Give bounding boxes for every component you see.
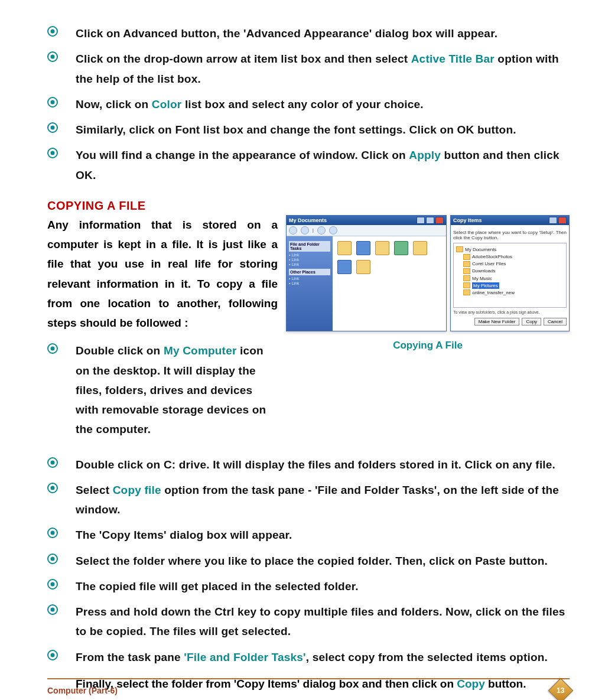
min-icon[interactable] <box>417 217 425 224</box>
bullet-text: Press and hold down the Ctrl key to copy… <box>76 605 565 637</box>
folder-icon <box>463 268 470 274</box>
copy-items-dialog: Copy Items Select the place where you wa… <box>450 215 570 331</box>
explorer-main <box>333 236 446 331</box>
fwd-button[interactable] <box>301 226 309 235</box>
side-link[interactable]: • Link <box>289 258 330 262</box>
bullet-icon <box>47 343 58 354</box>
bullet-icon <box>47 604 58 615</box>
folder-icon <box>463 275 470 281</box>
close-icon[interactable] <box>435 217 444 224</box>
side-link[interactable]: • Link <box>289 276 330 281</box>
back-button[interactable] <box>289 226 297 235</box>
svg-point-21 <box>51 582 55 586</box>
first-step-list: Double click on My Computer icon on the … <box>47 341 278 439</box>
svg-point-9 <box>51 151 55 155</box>
search-button[interactable] <box>317 226 326 235</box>
tree-row[interactable]: AdobeStockPhotos <box>456 253 564 260</box>
folder-icon[interactable] <box>356 260 370 274</box>
bullet-item: The copied file will get placed in the s… <box>47 577 570 596</box>
dialog-buttons: Make New Folder Copy Cancel <box>453 318 567 325</box>
footer-text: Computer (Part-6) <box>47 686 118 695</box>
page-number-badge: 13 <box>548 678 573 700</box>
folder-icon[interactable] <box>337 260 352 274</box>
bullet-item: The 'Copy Items' dialog box will appear. <box>47 525 570 545</box>
textbook-page: Click on Advanced button, the 'Advanced … <box>0 0 605 700</box>
dialog-title-text: Copy Items <box>453 217 482 223</box>
tree-row[interactable]: My Pictures <box>456 282 564 289</box>
svg-point-11 <box>51 347 55 351</box>
folder-icon[interactable] <box>375 241 389 255</box>
bullet-icon <box>47 528 58 538</box>
folder-icon <box>463 261 470 267</box>
side-link[interactable]: • Link <box>289 262 330 266</box>
text-pre: Double click on <box>76 344 164 357</box>
tree-row[interactable]: Downloads <box>456 268 564 274</box>
bullet-icon <box>47 122 58 133</box>
folders-button[interactable] <box>329 226 337 235</box>
copy-button[interactable]: Copy <box>522 318 541 325</box>
svg-point-5 <box>51 100 55 104</box>
bullet-text: From the task pane 'File and Folder Task… <box>76 651 548 663</box>
bullet-item: Select the folder where you like to plac… <box>47 551 570 571</box>
bullet-text: Select Copy file option from the task pa… <box>76 484 559 516</box>
bullet-text: Now, click on Color list box and select … <box>76 98 424 110</box>
figure: My Documents | File and Folder Tasks • <box>286 215 570 331</box>
explorer-title-text: My Documents <box>289 217 327 223</box>
svg-point-15 <box>51 486 55 490</box>
tree-label: My Pictures <box>472 282 499 289</box>
dialog-note: To view any subfolders, click a plus sig… <box>453 310 567 314</box>
close-icon[interactable] <box>558 217 567 224</box>
side-header-1: File and Folder Tasks <box>289 241 330 252</box>
bullet-icon <box>47 148 58 158</box>
bullet-item: Select Copy file option from the task pa… <box>47 480 570 520</box>
folder-tree[interactable]: My DocumentsAdobeStockPhotosCorel User F… <box>453 243 567 308</box>
bullet-item: Press and hold down the Ctrl key to copy… <box>47 602 570 642</box>
window-controls <box>549 217 567 224</box>
tree-label: AdobeStockPhotos <box>472 253 512 260</box>
svg-point-13 <box>51 460 55 464</box>
svg-point-7 <box>51 126 55 130</box>
top-bullet-list: Click on Advanced button, the 'Advanced … <box>47 24 570 185</box>
folder-icon[interactable] <box>394 241 408 255</box>
tree-label: My Documents <box>465 246 496 253</box>
cancel-button[interactable]: Cancel <box>544 318 567 325</box>
svg-point-25 <box>51 653 55 657</box>
bullet-item: You will find a change in the appearance… <box>47 145 570 185</box>
bullet-item: Double click on C: drive. It will displa… <box>47 455 570 474</box>
max-icon[interactable] <box>426 217 434 224</box>
bullet-item: Similarly, click on Font list box and ch… <box>47 120 570 139</box>
help-icon[interactable] <box>549 217 557 224</box>
folder-icon[interactable] <box>337 241 352 255</box>
bullet-icon <box>47 579 58 590</box>
dialog-body: Select the place where you want to copy … <box>451 225 569 328</box>
bottom-bullet-list: Double click on C: drive. It will displa… <box>47 455 570 667</box>
bullet-item: Now, click on Color list box and select … <box>47 95 570 114</box>
text-teal: My Computer <box>164 344 237 357</box>
bullet-text: The copied file will get placed in the s… <box>76 580 359 592</box>
tree-row[interactable]: My Music <box>456 275 564 282</box>
folder-icon <box>463 289 470 295</box>
folder-icon[interactable] <box>413 241 427 255</box>
svg-point-1 <box>51 30 55 34</box>
make-new-folder-button[interactable]: Make New Folder <box>474 318 520 325</box>
figure-caption: Copying A File <box>286 340 570 351</box>
tree-label: online_transfer_new <box>472 289 515 296</box>
intro-text: Any information that is stored on a comp… <box>47 215 278 333</box>
bullet-icon <box>47 457 58 468</box>
tree-row[interactable]: online_transfer_new <box>456 289 564 296</box>
side-link[interactable]: • Link <box>289 281 330 285</box>
bullet-text: Click on the drop-down arrow at item lis… <box>76 53 559 84</box>
svg-point-17 <box>51 531 55 535</box>
tree-row[interactable]: My Documents <box>456 246 564 253</box>
toolbar-sep: | <box>313 228 314 232</box>
figure-wrap: My Documents | File and Folder Tasks • <box>286 215 570 351</box>
explorer-icons <box>335 239 444 276</box>
folder-icon <box>463 254 470 260</box>
step-text: Double click on My Computer icon on the … <box>76 344 266 435</box>
tree-row[interactable]: Corel User Files <box>456 261 564 267</box>
side-link[interactable]: • Link <box>289 253 330 257</box>
svg-point-3 <box>51 55 55 59</box>
tree-label: Corel User Files <box>472 261 506 267</box>
svg-point-19 <box>51 556 55 561</box>
folder-icon[interactable] <box>356 241 370 255</box>
